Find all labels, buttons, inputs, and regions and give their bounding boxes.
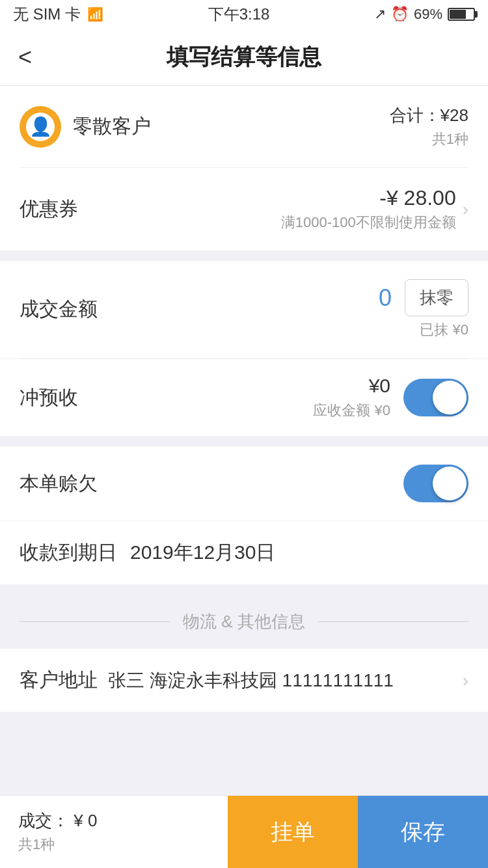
status-left: 无 SIM 卡 📶 xyxy=(13,4,103,25)
deal-amount-row: 成交金额 抹零 已抹 ¥0 xyxy=(0,261,488,358)
bottom-count: 共1种 xyxy=(18,835,210,854)
chong-row: 冲预收 ¥0 应收金额 ¥0 xyxy=(0,359,488,436)
date-label: 收款到期日 xyxy=(20,539,117,566)
avatar: 👤 xyxy=(20,106,61,148)
alarm-icon: ⏰ xyxy=(391,6,409,23)
page-title: 填写结算等信息 xyxy=(167,42,321,72)
bottom-deal-label: 成交： xyxy=(18,811,69,830)
deal-amount-right: 抹零 已抹 ¥0 xyxy=(340,279,468,340)
save-button[interactable]: 保存 xyxy=(358,796,488,869)
bottom-deal-value: ¥ 0 xyxy=(74,811,97,830)
round-zero-button[interactable]: 抹零 xyxy=(405,279,468,316)
sheqian-row: 本单赊欠 xyxy=(0,446,488,521)
customer-left: 👤 零散客户 xyxy=(20,106,151,148)
coupon-label: 优惠券 xyxy=(20,196,78,223)
status-right: ↗ ⏰ 69% xyxy=(374,6,475,23)
sheqian-toggle-thumb xyxy=(433,467,467,500)
bottom-deal-amount: 成交： ¥ 0 xyxy=(18,809,210,832)
location-icon: ↗ xyxy=(374,6,386,23)
user-icon: 👤 xyxy=(29,116,52,137)
coupon-value-block: -¥ 28.00 满1000-100不限制使用金额 xyxy=(281,186,456,232)
toggle-thumb xyxy=(433,381,467,414)
chong-sub: 应收金额 ¥0 xyxy=(313,401,390,420)
input-row: 抹零 xyxy=(340,279,468,316)
customer-name: 零散客户 xyxy=(73,113,151,140)
sheqian-toggle[interactable] xyxy=(403,465,468,502)
address-chevron-icon: › xyxy=(463,670,468,691)
customer-right: 合计：¥28 共1种 xyxy=(390,104,468,149)
customer-section: 👤 零散客户 合计：¥28 共1种 优惠券 -¥ 28.00 满1000-100… xyxy=(0,86,488,251)
item-count: 共1种 xyxy=(390,129,468,149)
wifi-icon: 📶 xyxy=(87,7,103,22)
logistics-line-left xyxy=(20,621,170,622)
time-text: 下午3:18 xyxy=(208,4,270,25)
deal-amount-sub: 已抹 ¥0 xyxy=(420,320,468,340)
logistics-divider: 物流 & 其他信息 xyxy=(20,610,468,633)
main-content: 👤 零散客户 合计：¥28 共1种 优惠券 -¥ 28.00 满1000-100… xyxy=(0,86,488,790)
chong-toggle[interactable] xyxy=(403,379,468,416)
address-label: 客户地址 xyxy=(20,667,98,694)
deal-section: 成交金额 抹零 已抹 ¥0 冲预收 ¥0 应收金额 ¥0 xyxy=(0,261,488,436)
sheqian-section: 本单赊欠 收款到期日 2019年12月30日 xyxy=(0,446,488,584)
date-row: 收款到期日 2019年12月30日 xyxy=(0,521,488,584)
address-row[interactable]: 客户地址 张三 海淀永丰科技园 11111111111 › xyxy=(0,649,488,712)
chevron-right-icon: › xyxy=(463,199,468,220)
carrier-text: 无 SIM 卡 xyxy=(13,4,81,25)
bottom-left: 成交： ¥ 0 共1种 xyxy=(0,809,228,854)
chong-right: ¥0 应收金额 ¥0 xyxy=(313,375,468,420)
back-button[interactable]: < xyxy=(18,44,32,71)
battery-percent: 69% xyxy=(414,6,442,23)
logistics-line-right xyxy=(318,621,468,622)
nav-bar: < 填写结算等信息 xyxy=(0,29,488,86)
coupon-discount: -¥ 28.00 xyxy=(281,186,456,210)
sheqian-label: 本单赊欠 xyxy=(20,470,111,497)
status-bar: 无 SIM 卡 📶 下午3:18 ↗ ⏰ 69% xyxy=(0,0,488,29)
logistics-divider-section: 物流 & 其他信息 xyxy=(0,595,488,649)
logistics-text: 物流 & 其他信息 xyxy=(183,610,305,633)
customer-row: 👤 零散客户 合计：¥28 共1种 xyxy=(0,86,488,167)
total-amount: 合计：¥28 xyxy=(390,104,468,127)
address-value: 张三 海淀永丰科技园 11111111111 xyxy=(108,668,452,693)
coupon-row[interactable]: 优惠券 -¥ 28.00 满1000-100不限制使用金额 › xyxy=(0,168,488,251)
chong-amount: ¥0 xyxy=(313,375,390,397)
chong-label: 冲预收 xyxy=(20,385,111,411)
deal-amount-input[interactable] xyxy=(340,284,392,312)
bottom-bar: 成交： ¥ 0 共1种 挂单 保存 xyxy=(0,795,488,868)
coupon-desc: 满1000-100不限制使用金额 xyxy=(281,213,456,232)
deal-amount-label: 成交金额 xyxy=(20,296,111,323)
chong-amount-block: ¥0 应收金额 ¥0 xyxy=(313,375,390,420)
coupon-right: -¥ 28.00 满1000-100不限制使用金额 › xyxy=(281,186,468,232)
date-value: 2019年12月30日 xyxy=(130,539,275,566)
battery-icon xyxy=(448,8,475,21)
hang-button[interactable]: 挂单 xyxy=(228,796,358,869)
